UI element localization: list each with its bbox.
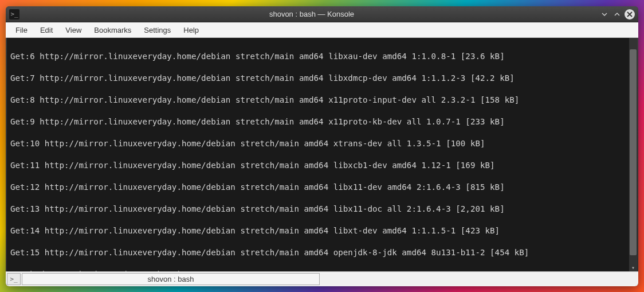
konsole-window: >_ shovon : bash — Konsole File Edit Vie… <box>6 6 638 286</box>
terminal-output[interactable]: Get:6 http://mirror.linuxeveryday.home/d… <box>7 38 637 271</box>
close-button[interactable] <box>625 9 635 20</box>
terminal-line: Get:15 http://mirror.linuxeveryday.home/… <box>10 247 634 258</box>
menu-edit[interactable]: Edit <box>34 24 59 37</box>
tab-active[interactable]: shovon : bash <box>22 273 320 285</box>
window-title: shovon : bash — Konsole <box>24 10 599 18</box>
tab-icon[interactable]: >_ <box>7 273 21 285</box>
tab-bar: >_ shovon : bash <box>6 271 638 286</box>
app-icon: >_ <box>9 9 19 20</box>
minimize-button[interactable] <box>599 9 610 20</box>
terminal-line: Get:10 http://mirror.linuxeveryday.home/… <box>10 138 634 149</box>
chevron-up-icon <box>614 11 621 18</box>
titlebar[interactable]: >_ shovon : bash — Konsole <box>6 6 638 22</box>
terminal-line: Get:9 http://mirror.linuxeveryday.home/d… <box>10 116 634 127</box>
menubar: File Edit View Bookmarks Settings Help <box>6 22 638 38</box>
scrollbar[interactable]: ▾ <box>629 38 637 271</box>
menu-help[interactable]: Help <box>177 24 205 37</box>
terminal-line: Fetched 5,477 kB in 1s (3,035 kB/s) <box>10 269 634 271</box>
scrollbar-thumb[interactable] <box>630 49 637 255</box>
close-icon <box>627 11 633 17</box>
scrollbar-down-icon[interactable]: ▾ <box>630 264 637 271</box>
terminal-line: Get:12 http://mirror.linuxeveryday.home/… <box>10 182 634 193</box>
menu-bookmarks[interactable]: Bookmarks <box>88 24 138 37</box>
window-controls <box>599 9 635 20</box>
terminal-line: Get:7 http://mirror.linuxeveryday.home/d… <box>10 73 634 84</box>
terminal-line: Get:14 http://mirror.linuxeveryday.home/… <box>10 225 634 236</box>
menu-file[interactable]: File <box>9 24 34 37</box>
maximize-button[interactable] <box>612 9 622 20</box>
chevron-down-icon <box>601 11 608 18</box>
terminal-line: Get:13 http://mirror.linuxeveryday.home/… <box>10 204 634 215</box>
terminal-line: Get:8 http://mirror.linuxeveryday.home/d… <box>10 95 634 106</box>
terminal-line: Get:11 http://mirror.linuxeveryday.home/… <box>10 160 634 171</box>
menu-settings[interactable]: Settings <box>138 24 177 37</box>
terminal-line: Get:6 http://mirror.linuxeveryday.home/d… <box>10 51 634 62</box>
menu-view[interactable]: View <box>59 24 88 37</box>
